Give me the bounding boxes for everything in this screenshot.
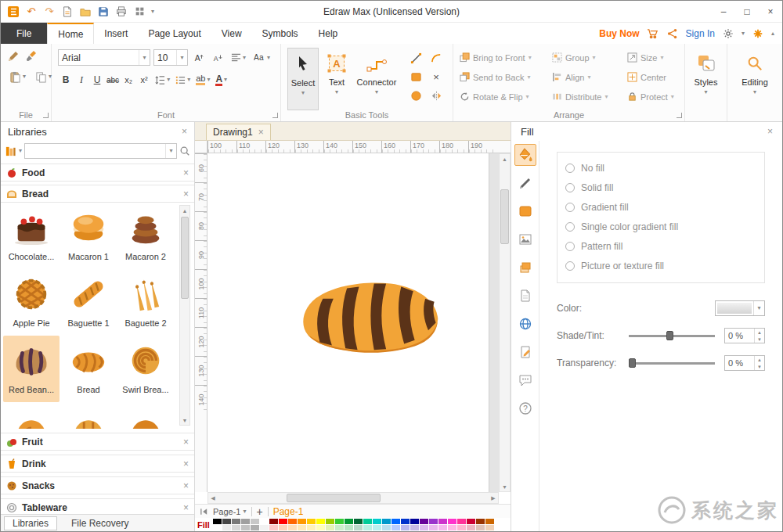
first-page-icon[interactable]	[200, 508, 208, 516]
send-to-back-button[interactable]: Send to Back▾	[460, 72, 552, 82]
color-dropdown[interactable]: ▾	[715, 300, 765, 316]
format-button[interactable]: B	[58, 72, 74, 88]
redo-icon[interactable]: ↷	[43, 5, 56, 18]
library-item-partial[interactable]	[117, 402, 174, 429]
snacks-close-icon[interactable]: ×	[183, 480, 189, 491]
rotate-flip-button[interactable]: Rotate & Flip▾	[460, 92, 552, 102]
spin-up-icon[interactable]: ▲	[755, 356, 764, 363]
palette-swatch[interactable]	[448, 519, 456, 524]
palette-swatch[interactable]	[345, 525, 353, 530]
scroll-left-icon[interactable]: ◀	[208, 493, 218, 503]
palette-swatch[interactable]	[354, 519, 363, 524]
style-painter-icon[interactable]	[24, 50, 37, 63]
select-tool-button[interactable]: Select ▾	[287, 48, 319, 110]
palette-swatch[interactable]	[307, 519, 316, 524]
palette-swatch[interactable]	[213, 525, 222, 530]
open-folder-icon[interactable]	[79, 5, 92, 18]
palette-swatch[interactable]	[457, 519, 466, 524]
gear-icon[interactable]	[722, 27, 734, 40]
slider-thumb[interactable]	[629, 358, 636, 368]
save-icon[interactable]	[97, 5, 110, 18]
document-edit-icon[interactable]	[514, 341, 536, 363]
library-item-chocolate-cake[interactable]: Chocolate...	[3, 203, 60, 269]
library-item-red-bean-bread[interactable]: Red Bean...	[3, 336, 60, 402]
share-icon[interactable]	[666, 27, 679, 40]
croissant-shape[interactable]	[297, 276, 441, 354]
arc-tool-icon[interactable]	[426, 49, 446, 67]
library-picker-icon[interactable]	[5, 146, 16, 157]
palette-swatch[interactable]	[467, 525, 475, 530]
palette-swatch[interactable]	[392, 525, 400, 530]
arrange-dialog-launcher-icon[interactable]	[677, 113, 682, 118]
palette-swatch[interactable]	[485, 519, 494, 524]
gear-caret-icon[interactable]: ▾	[742, 31, 745, 37]
scroll-up-icon[interactable]: ▲	[500, 154, 510, 164]
palette-swatch[interactable]	[269, 525, 278, 530]
library-picker-caret-icon[interactable]: ▾	[19, 148, 22, 154]
vertical-scrollbar[interactable]: ▲ ▼	[499, 153, 511, 492]
palette-swatch[interactable]	[354, 525, 363, 530]
library-item-macaron-1[interactable]: Macaron 1	[60, 203, 117, 269]
bread-close-icon[interactable]: ×	[183, 189, 189, 200]
palette-swatch[interactable]	[420, 525, 428, 530]
file-dialog-launcher-icon[interactable]	[43, 113, 49, 118]
document-tab-close-icon[interactable]: ×	[258, 127, 264, 138]
line-style-pen-icon[interactable]	[514, 172, 536, 194]
palette-swatch[interactable]	[345, 519, 353, 524]
palette-swatch[interactable]	[260, 519, 269, 524]
palette-swatch[interactable]	[232, 525, 240, 530]
buy-now-link[interactable]: Buy Now	[599, 28, 639, 39]
highlight-icon[interactable]: ab ▾	[193, 72, 212, 88]
palette-swatch[interactable]	[401, 525, 410, 530]
spin-up-icon[interactable]: ▲	[755, 329, 764, 336]
tab-file-recovery[interactable]: File Recovery	[63, 517, 136, 530]
collapse-ribbon-icon[interactable]: ▴	[771, 31, 774, 37]
add-page-button[interactable]: +	[257, 505, 263, 518]
palette-swatch[interactable]	[251, 519, 259, 524]
library-item-macaron-2[interactable]: Macaron 2	[117, 203, 174, 269]
layers-icon[interactable]	[514, 257, 536, 279]
palette-swatch[interactable]	[457, 525, 466, 530]
sparkle-icon[interactable]	[752, 27, 764, 40]
library-item-baguette-2[interactable]: Baguette 2	[117, 269, 174, 336]
format-painter-icon[interactable]	[7, 50, 20, 63]
palette-swatch[interactable]	[401, 519, 410, 524]
scrollbar-thumb[interactable]	[287, 494, 381, 502]
scroll-down-icon[interactable]: ▼	[180, 415, 189, 425]
spin-down-icon[interactable]: ▼	[755, 336, 764, 343]
apps-grid-icon[interactable]	[133, 5, 146, 18]
transparency-spinner[interactable]: 0 % ▲▼	[724, 355, 765, 371]
food-close-icon[interactable]: ×	[183, 167, 189, 178]
undo-icon[interactable]: ↶	[25, 5, 38, 18]
search-icon[interactable]	[179, 146, 190, 156]
spin-down-icon[interactable]: ▼	[755, 363, 764, 370]
drink-close-icon[interactable]: ×	[183, 458, 189, 469]
help-icon[interactable]: ?	[514, 397, 536, 419]
palette-swatch[interactable]	[260, 525, 269, 530]
library-section-drink[interactable]: Drink ×	[1, 455, 194, 473]
text-tool-button[interactable]: A Text ▾	[321, 48, 352, 110]
minimize-button[interactable]: –	[712, 1, 735, 23]
align-text-icon[interactable]: ▾	[229, 50, 248, 66]
palette-swatch[interactable]	[373, 519, 381, 524]
palette-swatch[interactable]	[485, 525, 494, 530]
palette-swatch[interactable]	[241, 519, 250, 524]
copy-button[interactable]: ▾	[33, 69, 54, 84]
palette-swatch[interactable]	[213, 519, 222, 524]
library-section-fruit[interactable]: Fruit ×	[1, 433, 194, 451]
font-family-select[interactable]: Arial ▾	[58, 49, 150, 66]
library-scrollbar[interactable]: ▲ ▼	[179, 205, 190, 426]
format-button[interactable]: x₂	[121, 72, 136, 88]
palette-swatch[interactable]	[269, 519, 278, 524]
scrollbar-thumb[interactable]	[181, 217, 189, 299]
menu-tab[interactable]: Symbols	[252, 23, 309, 44]
fill-option[interactable]: Solid fill	[565, 178, 756, 197]
menu-tab[interactable]: View	[211, 23, 252, 44]
shade-tint-spinner[interactable]: 0 % ▲▼	[724, 328, 765, 343]
tableware-close-icon[interactable]: ×	[183, 502, 189, 513]
font-color-icon[interactable]: A ▾	[213, 72, 229, 88]
palette-swatch[interactable]	[326, 519, 334, 524]
library-item-apple-pie[interactable]: Apple Pie	[3, 269, 60, 336]
palette-swatch[interactable]	[279, 519, 287, 524]
align-button[interactable]: Align▾	[552, 72, 627, 82]
